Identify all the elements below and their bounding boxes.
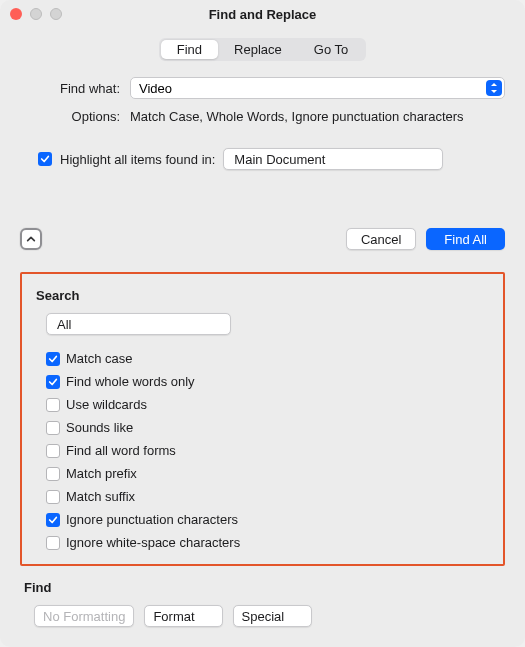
search-scope-label: All — [57, 317, 212, 332]
find-what-combobox[interactable] — [130, 77, 505, 99]
wildcards-row: Use wildcards — [46, 397, 489, 412]
check-icon — [40, 154, 50, 164]
special-button-label: Special — [242, 609, 285, 624]
find-format-section: Find No Formatting Format Special — [20, 580, 505, 627]
word-forms-checkbox[interactable] — [46, 444, 60, 458]
mode-tabs: Find Replace Go To — [20, 38, 505, 61]
traffic-lights — [10, 8, 62, 20]
sounds-like-label: Sounds like — [66, 420, 133, 435]
suffix-label: Match suffix — [66, 489, 135, 504]
find-what-input[interactable] — [139, 78, 486, 98]
chevron-updown-icon — [200, 609, 214, 623]
ignore-punct-checkbox[interactable] — [46, 513, 60, 527]
find-what-row: Find what: — [20, 77, 505, 99]
sounds-like-row: Sounds like — [46, 420, 489, 435]
prefix-checkbox[interactable] — [46, 467, 60, 481]
match-case-label: Match case — [66, 351, 132, 366]
minimize-window-button[interactable] — [30, 8, 42, 20]
match-case-checkbox[interactable] — [46, 352, 60, 366]
options-value: Match Case, Whole Words, Ignore punctuat… — [130, 109, 505, 124]
tab-replace[interactable]: Replace — [218, 40, 298, 59]
ignore-space-label: Ignore white-space characters — [66, 535, 240, 550]
highlight-checkbox[interactable] — [38, 152, 52, 166]
chevron-updown-icon — [289, 609, 303, 623]
special-button[interactable]: Special — [233, 605, 313, 627]
sounds-like-checkbox[interactable] — [46, 421, 60, 435]
whole-words-label: Find whole words only — [66, 374, 195, 389]
segmented-control: Find Replace Go To — [159, 38, 366, 61]
close-window-button[interactable] — [10, 8, 22, 20]
format-button-label: Format — [153, 609, 194, 624]
match-case-row: Match case — [46, 351, 489, 366]
check-icon — [48, 354, 58, 364]
word-forms-row: Find all word forms — [46, 443, 489, 458]
highlight-scope-label: Main Document — [234, 152, 424, 167]
options-row: Options: Match Case, Whole Words, Ignore… — [20, 109, 505, 124]
word-forms-label: Find all word forms — [66, 443, 176, 458]
ignore-punct-label: Ignore punctuation characters — [66, 512, 238, 527]
no-formatting-button: No Formatting — [34, 605, 134, 627]
whole-words-row: Find whole words only — [46, 374, 489, 389]
titlebar: Find and Replace — [0, 0, 525, 28]
find-what-history-icon[interactable] — [486, 80, 502, 96]
zoom-window-button[interactable] — [50, 8, 62, 20]
ignore-space-row: Ignore white-space characters — [46, 535, 489, 550]
ignore-space-checkbox[interactable] — [46, 536, 60, 550]
tab-find[interactable]: Find — [161, 40, 218, 59]
action-buttons: Cancel Find All — [346, 228, 505, 250]
wildcards-label: Use wildcards — [66, 397, 147, 412]
chevron-updown-icon — [220, 319, 228, 329]
check-icon — [48, 515, 58, 525]
window-title: Find and Replace — [0, 7, 525, 22]
find-replace-window: Find and Replace Find Replace Go To Find… — [0, 0, 525, 647]
whole-words-checkbox[interactable] — [46, 375, 60, 389]
suffix-checkbox[interactable] — [46, 490, 60, 504]
prefix-row: Match prefix — [46, 466, 489, 481]
search-header: Search — [36, 288, 489, 303]
highlight-row: Highlight all items found in: Main Docum… — [38, 148, 505, 170]
suffix-row: Match suffix — [46, 489, 489, 504]
search-options-panel: Search All Match case Find whole words o… — [20, 272, 505, 566]
ignore-punct-row: Ignore punctuation characters — [46, 512, 489, 527]
highlight-scope-popup[interactable]: Main Document — [223, 148, 443, 170]
toggle-advanced-button[interactable] — [20, 228, 42, 250]
prefix-label: Match prefix — [66, 466, 137, 481]
find-what-label: Find what: — [20, 81, 130, 96]
tab-goto[interactable]: Go To — [298, 40, 364, 59]
find-all-button[interactable]: Find All — [426, 228, 505, 250]
find-format-buttons: No Formatting Format Special — [34, 605, 505, 627]
chevron-updown-icon — [432, 154, 440, 164]
content-area: Find Replace Go To Find what: Options: M… — [0, 28, 525, 643]
check-icon — [48, 377, 58, 387]
format-button[interactable]: Format — [144, 605, 222, 627]
wildcards-checkbox[interactable] — [46, 398, 60, 412]
cancel-button[interactable]: Cancel — [346, 228, 416, 250]
action-row: Cancel Find All — [20, 228, 505, 250]
highlight-label: Highlight all items found in: — [60, 152, 215, 167]
search-scope-popup[interactable]: All — [46, 313, 231, 335]
search-options-list: Match case Find whole words only Use wil… — [46, 351, 489, 550]
find-header: Find — [24, 580, 505, 595]
chevron-up-icon — [26, 234, 36, 244]
options-label: Options: — [20, 109, 130, 124]
